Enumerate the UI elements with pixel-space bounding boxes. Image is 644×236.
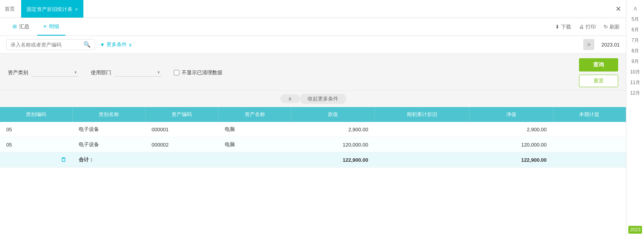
filter-row: 资产类别 使用部门 不显示已清理数据: [8, 58, 618, 87]
cell-original: 2,900.00: [291, 122, 375, 137]
tab-close-icon[interactable]: ×: [75, 6, 78, 13]
col-accum-dep: 期初累计折旧: [374, 107, 469, 122]
collapse-label: 收起更多条件: [300, 94, 346, 104]
arrow-right-button[interactable]: >: [583, 39, 594, 50]
month-12[interactable]: 12月: [628, 88, 642, 98]
table-header-row: 类别编码 类别名称 资产编码 资产名称 原值 期初累计折旧 净值 本期计提: [0, 107, 626, 122]
cell-current-period: [553, 137, 626, 152]
tab-label: 固定资产折旧统计表: [27, 6, 72, 13]
sub-tabs-left: ⊞ 汇总 ≡ 明细: [6, 18, 65, 36]
cell-cat-name: 电子设备: [72, 122, 145, 137]
more-filters-label: 更多条件: [106, 41, 127, 48]
refresh-label: 刷新: [610, 23, 620, 30]
cell-asset-code: 000001: [145, 122, 218, 137]
cell-net-value: 120,000.00: [470, 137, 553, 152]
department-select[interactable]: [114, 69, 161, 77]
tab-detail-label: 明细: [49, 23, 59, 30]
data-table: 类别编码 类别名称 资产编码 资产名称 原值 期初累计折旧 净值 本期计提 05…: [0, 107, 626, 168]
print-icon: 🖨: [579, 24, 584, 30]
col-net-value: 净值: [470, 107, 553, 122]
scroll-up-button[interactable]: ∧: [631, 3, 639, 14]
top-nav: 首页 固定资产折旧统计表 × ✕: [0, 0, 626, 18]
more-filters-button[interactable]: ▼ 更多条件 ∨: [100, 41, 132, 48]
refresh-button[interactable]: ↻ 刷新: [604, 23, 620, 30]
filter-icon: ▼: [100, 42, 105, 48]
total-current-period: [553, 152, 626, 168]
col-asset-code: 资产编码: [145, 107, 218, 122]
download-icon: ⬇: [555, 24, 559, 30]
cell-asset-code: 000002: [145, 137, 218, 152]
hide-cleared-field: 不显示已清理数据: [174, 69, 222, 76]
department-label: 使用部门: [91, 69, 111, 76]
print-label: 打印: [586, 23, 596, 30]
department-select-wrap: [114, 69, 161, 77]
advanced-filter-panel: 资产类别 使用部门 不显示已清理数据: [0, 54, 626, 91]
col-cat-code: 类别编码: [0, 107, 72, 122]
tab-detail[interactable]: ≡ 明细: [37, 18, 65, 36]
arrow-right-icon: >: [587, 41, 590, 48]
print-button[interactable]: 🖨 打印: [579, 23, 596, 30]
month-10[interactable]: 10月: [628, 67, 642, 77]
chevron-down-icon: ∨: [128, 42, 132, 48]
month-9[interactable]: 9月: [629, 57, 641, 66]
table-total-row: 🗒 合计： 122,900.00 122,900.00: [0, 152, 626, 168]
total-icon-symbol: 🗒: [61, 157, 66, 163]
month-11[interactable]: 11月: [628, 78, 642, 88]
filter-action-buttons: 查询 重置: [579, 58, 618, 87]
download-label: 下载: [561, 23, 571, 30]
asset-category-select-wrap: [31, 69, 78, 77]
search-wrap: 🔍: [6, 39, 95, 50]
total-original: 122,900.00: [291, 152, 375, 168]
table-row: 05 电子设备 000002 电脑 120,000.00 120,000.00: [0, 137, 626, 152]
cell-accum-dep: [374, 137, 469, 152]
total-icon: 🗒: [0, 152, 72, 168]
layers-icon: ⊞: [13, 23, 17, 29]
search-icon[interactable]: 🔍: [83, 41, 91, 48]
col-cat-name: 类别名称: [72, 107, 145, 122]
year-badge: 2023: [628, 226, 642, 234]
sub-tabs-actions: ⬇ 下载 🖨 打印 ↻ 刷新: [555, 23, 620, 30]
home-tab[interactable]: 首页: [5, 5, 21, 13]
cell-original: 120,000.00: [291, 137, 375, 152]
close-window-button[interactable]: ✕: [615, 5, 621, 13]
month-7[interactable]: 7月: [629, 36, 641, 45]
col-current-period: 本期计提: [553, 107, 626, 122]
asset-category-field: 资产类别: [8, 69, 78, 77]
total-accum-dep: [374, 152, 469, 168]
cell-cat-code: 05: [0, 137, 72, 152]
cell-asset-name: 电脑: [218, 122, 291, 137]
hide-cleared-checkbox[interactable]: [174, 70, 179, 75]
data-table-wrap: 类别编码 类别名称 资产编码 资产名称 原值 期初累计折旧 净值 本期计提 05…: [0, 107, 626, 236]
cell-current-period: [553, 122, 626, 137]
active-tab[interactable]: 固定资产折旧统计表 ×: [21, 0, 83, 18]
search-input[interactable]: [11, 42, 81, 48]
date-display: 2023.01: [601, 42, 620, 48]
detail-icon: ≡: [43, 23, 47, 29]
hide-cleared-label: 不显示已清理数据: [182, 69, 222, 76]
sub-tabs-bar: ⊞ 汇总 ≡ 明细 ⬇ 下载 🖨 打印 ↻ 刷新: [0, 18, 626, 36]
month-5[interactable]: 5月: [629, 14, 641, 24]
collapse-more-button[interactable]: ∧ 收起更多条件: [0, 91, 626, 107]
table-row: 05 电子设备 000001 电脑 2,900.00 2,900.00: [0, 122, 626, 137]
tab-summary-label: 汇总: [19, 23, 29, 30]
cell-net-value: 2,900.00: [470, 122, 553, 137]
cell-cat-name: 电子设备: [72, 137, 145, 152]
collapse-icon: ∧: [280, 94, 300, 103]
reset-button[interactable]: 重置: [579, 75, 618, 87]
month-8[interactable]: 8月: [629, 46, 641, 56]
refresh-icon: ↻: [604, 24, 608, 30]
asset-category-select[interactable]: [31, 69, 78, 77]
filter-bar: 🔍 ▼ 更多条件 ∨ > 2023.01: [0, 36, 626, 54]
col-original: 原值: [291, 107, 375, 122]
query-button[interactable]: 查询: [579, 58, 618, 72]
download-button[interactable]: ⬇ 下载: [555, 23, 571, 30]
cell-accum-dep: [374, 122, 469, 137]
asset-category-label: 资产类别: [8, 69, 28, 76]
month-6[interactable]: 6月: [629, 25, 641, 35]
tab-summary[interactable]: ⊞ 汇总: [6, 18, 36, 36]
col-asset-name: 资产名称: [218, 107, 291, 122]
total-label: 合计：: [72, 152, 291, 168]
department-field: 使用部门: [91, 69, 161, 77]
right-sidebar: ∧ 5月 6月 7月 8月 9月 10月 11月 12月 2023: [626, 0, 644, 236]
cell-cat-code: 05: [0, 122, 72, 137]
